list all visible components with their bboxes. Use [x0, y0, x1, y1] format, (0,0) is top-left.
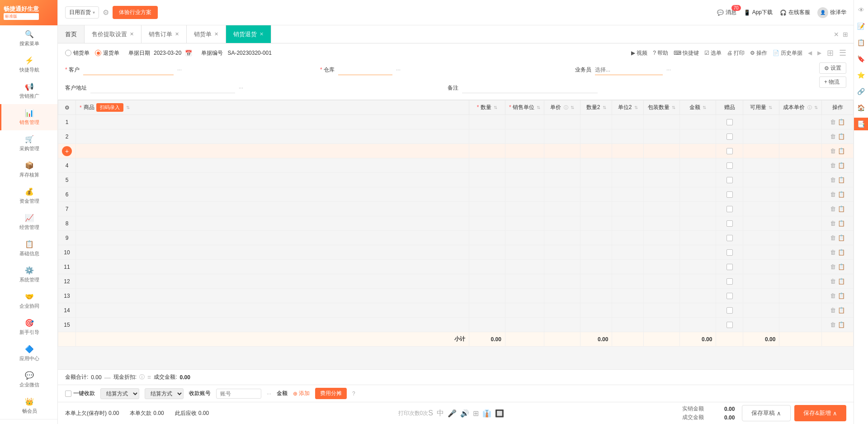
gift-checkbox[interactable]: [726, 249, 733, 256]
sidebar-item-wechat[interactable]: 💬 企业微信: [0, 367, 57, 393]
s-icon-2[interactable]: 中: [437, 409, 444, 418]
delete-row-icon[interactable]: 🗑: [830, 292, 836, 299]
gift-checkbox[interactable]: [726, 220, 733, 227]
sidebar-item-app[interactable]: 🔷 应用中心: [0, 340, 57, 367]
copy-row-icon[interactable]: 📋: [838, 176, 845, 183]
right-sidebar-link[interactable]: 🔗: [855, 85, 868, 98]
settings-button[interactable]: ⚙ 设置: [819, 62, 846, 74]
gift-checkbox[interactable]: [726, 119, 733, 125]
row-product-cell[interactable]: [76, 216, 469, 231]
delete-row-icon[interactable]: 🗑: [830, 119, 836, 125]
delete-row-icon[interactable]: 🗑: [830, 220, 836, 227]
gift-checkbox[interactable]: [726, 264, 733, 270]
expand-icon[interactable]: ⊞: [843, 31, 848, 38]
th-settings[interactable]: ⚙: [58, 100, 76, 115]
add-row-button[interactable]: +: [62, 146, 72, 156]
toolbar-operation[interactable]: ⚙ 操作: [750, 49, 767, 57]
copy-row-icon[interactable]: 📋: [838, 119, 845, 125]
copy-row-icon[interactable]: 📋: [838, 263, 845, 270]
sidebar-item-basic[interactable]: 📋 基础信息: [0, 235, 57, 262]
toolbar-video[interactable]: ▶ 视频: [631, 49, 647, 57]
delete-row-icon[interactable]: 🗑: [830, 133, 836, 140]
settings-gear-icon[interactable]: ⚙: [103, 8, 109, 17]
sidebar-item-search[interactable]: 🔍 搜索菜单: [0, 25, 57, 52]
delete-row-icon[interactable]: 🗑: [830, 234, 836, 241]
copy-row-icon[interactable]: 📋: [838, 292, 845, 299]
gift-checkbox[interactable]: [726, 278, 733, 285]
warehouse-dots-icon[interactable]: ···: [396, 67, 401, 73]
row-product-cell[interactable]: [76, 231, 469, 245]
add-payment-button[interactable]: ⊕ 添加: [293, 390, 310, 397]
delete-row-icon[interactable]: 🗑: [830, 263, 836, 270]
nav-next-icon[interactable]: ▶: [817, 50, 821, 56]
sidebar-item-system[interactable]: ⚙️ 系统管理: [0, 262, 57, 288]
message-button[interactable]: 💬 消息 70: [717, 9, 736, 16]
calc-method-select[interactable]: 结算方式: [145, 388, 184, 399]
tab-price-setting[interactable]: 售价提取设置 ✕: [85, 25, 142, 43]
gift-checkbox[interactable]: [726, 206, 733, 212]
toolbar-history[interactable]: 📄 历史单据: [773, 49, 802, 57]
gift-checkbox[interactable]: [726, 133, 733, 140]
tab-sales-return-close[interactable]: ✕: [259, 31, 264, 37]
online-service-button[interactable]: 🎧 在线客服: [780, 9, 810, 16]
staff-dots-icon[interactable]: ···: [666, 67, 671, 73]
sidebar-item-finance[interactable]: 💰 资金管理: [0, 183, 57, 209]
copy-row-icon[interactable]: 📋: [838, 321, 845, 328]
logistics-button[interactable]: + 物流: [819, 76, 846, 88]
toolbar-help[interactable]: ? 帮助: [653, 49, 668, 57]
equals-icon[interactable]: =: [147, 374, 151, 381]
sidebar-item-member[interactable]: 👑 畅会员: [0, 393, 57, 419]
delete-row-icon[interactable]: 🗑: [830, 249, 836, 256]
row-product-cell[interactable]: [76, 129, 469, 144]
industry-select[interactable]: 日用百货 ▾: [65, 6, 99, 19]
row-product-cell[interactable]: [76, 260, 469, 274]
gift-checkbox[interactable]: [726, 235, 733, 241]
address-dots-icon[interactable]: ···: [239, 85, 243, 91]
gift-checkbox[interactable]: [726, 307, 733, 314]
tab-home[interactable]: 首页: [58, 25, 85, 43]
grid-view-icon[interactable]: ⊞: [827, 48, 834, 58]
delete-row-icon[interactable]: 🗑: [830, 162, 836, 169]
row-product-cell[interactable]: [76, 303, 469, 318]
trial-button[interactable]: 体验行业方案: [113, 6, 158, 19]
customer-dots-icon[interactable]: ···: [177, 67, 182, 73]
account-input[interactable]: [216, 389, 261, 399]
toolbar-print[interactable]: 🖨 打印: [727, 49, 745, 57]
gift-checkbox[interactable]: [726, 293, 733, 299]
row-product-cell[interactable]: [76, 289, 469, 303]
expense-split-button[interactable]: 费用分摊: [315, 388, 347, 399]
tab-price-setting-close[interactable]: ✕: [130, 31, 134, 37]
product-input[interactable]: [80, 148, 465, 154]
tab-sales-delivery-close[interactable]: ✕: [214, 31, 218, 37]
s-icon-7[interactable]: 🔲: [495, 409, 504, 418]
s-icon-5[interactable]: ⊞: [473, 409, 479, 418]
settle-method-select[interactable]: 结算方式: [100, 388, 139, 399]
gift-checkbox[interactable]: [726, 148, 733, 154]
tab-sales-delivery[interactable]: 销货单 ✕: [187, 25, 226, 43]
gift-checkbox[interactable]: [726, 177, 733, 183]
delete-row-icon[interactable]: 🗑: [830, 321, 836, 328]
s-icon-4[interactable]: 🔊: [460, 409, 469, 418]
sidebar-item-guide[interactable]: 🎯 新手引导: [0, 314, 57, 340]
copy-row-icon[interactable]: 📋: [838, 249, 845, 256]
calendar-icon[interactable]: 📅: [185, 50, 192, 57]
row-product-cell[interactable]: [76, 318, 469, 332]
account-dots-icon[interactable]: ···: [267, 391, 271, 397]
copy-row-icon[interactable]: 📋: [838, 307, 845, 314]
copy-row-icon[interactable]: 📋: [838, 234, 845, 241]
address-input[interactable]: [90, 82, 235, 93]
row-product-cell[interactable]: [76, 187, 469, 202]
scan-input-button[interactable]: 扫码录入: [96, 103, 123, 112]
gift-checkbox[interactable]: [726, 322, 733, 328]
nav-prev-icon[interactable]: ◀: [808, 50, 812, 56]
save-draft-button[interactable]: 保存草稿 ∧: [742, 405, 791, 421]
sidebar-item-collab[interactable]: 🤝 企业协同: [0, 288, 57, 314]
delete-row-icon[interactable]: 🗑: [830, 205, 836, 212]
toolbar-select[interactable]: ☑ 选单: [704, 49, 722, 57]
user-menu[interactable]: 👤 徐泽华: [817, 7, 846, 18]
copy-row-icon[interactable]: 📋: [838, 205, 845, 212]
right-sidebar-active[interactable]: 📑: [854, 118, 868, 130]
list-view-icon[interactable]: ☰: [839, 48, 846, 58]
row-product-cell[interactable]: [76, 274, 469, 289]
right-sidebar-home[interactable]: 🏠: [855, 101, 868, 114]
